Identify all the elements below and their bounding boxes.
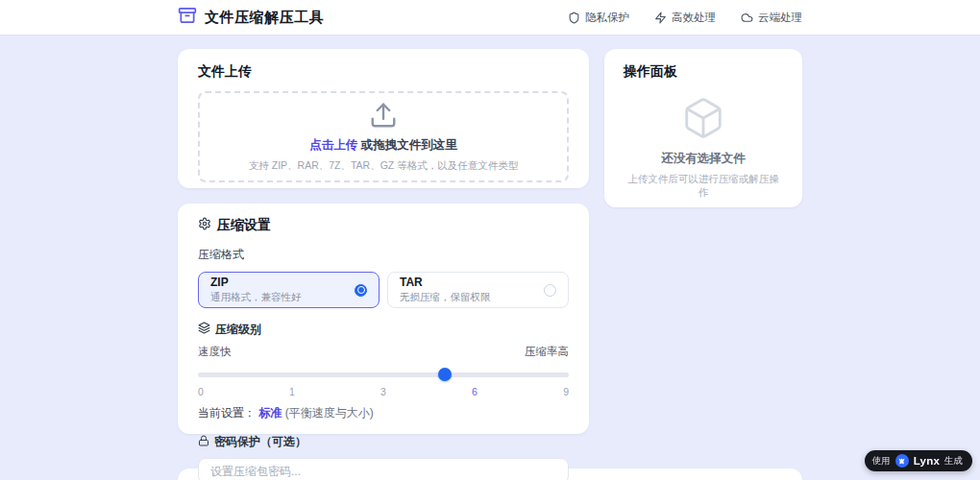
settings-card-title: 压缩设置 xyxy=(217,217,271,234)
lynx-logo-icon xyxy=(895,454,909,468)
format-options: ZIP 通用格式，兼容性好 TAR 无损压缩，保留权限 xyxy=(198,272,569,308)
lock-icon xyxy=(198,433,209,450)
feature-speed: 高效处理 xyxy=(654,11,716,25)
feature-label: 高效处理 xyxy=(672,11,716,25)
feature-label: 云端处理 xyxy=(758,11,802,25)
archive-box-icon xyxy=(178,6,197,29)
badge-suffix: 生成 xyxy=(944,455,963,468)
level-right-label: 压缩率高 xyxy=(525,345,569,359)
upload-cta-link[interactable]: 点击上传 xyxy=(309,138,357,152)
upload-card-title: 文件上传 xyxy=(198,63,569,81)
upload-card: 文件上传 点击上传 或拖拽文件到这里 支持 ZIP、RAR、7Z、TAR、GZ … xyxy=(178,49,589,188)
tick-0: 0 xyxy=(198,386,204,397)
gear-icon xyxy=(198,217,211,234)
feature-cloud: 云端处理 xyxy=(741,11,802,25)
cloud-icon xyxy=(741,12,753,24)
tick-3: 3 xyxy=(380,386,386,397)
panel-empty-state: 还没有选择文件 上传文件后可以进行压缩或解压操作 xyxy=(624,96,783,200)
operation-panel-card: 操作面板 还没有选择文件 上传文件后可以进行压缩或解压操作 xyxy=(604,49,802,207)
app-header: 文件压缩解压工具 隐私保护 高效处理 xyxy=(0,0,980,35)
current-setting-desc: (平衡速度与大小) xyxy=(282,406,373,420)
header-features: 隐私保护 高效处理 云端处理 xyxy=(568,11,802,25)
format-radio[interactable] xyxy=(355,284,367,297)
format-label: 压缩格式 xyxy=(198,247,569,263)
tick-1: 1 xyxy=(289,386,295,397)
settings-card: 压缩设置 压缩格式 ZIP 通用格式，兼容性好 TAR 无损压 xyxy=(178,204,589,434)
shield-icon xyxy=(568,12,580,24)
level-slider[interactable] xyxy=(198,368,569,381)
current-setting-value: 标准 xyxy=(258,406,282,420)
level-label: 压缩级别 xyxy=(215,322,261,338)
zap-icon xyxy=(654,12,667,24)
level-ticks: 0 1 3 6 9 xyxy=(198,386,569,397)
feature-label: 隐私保护 xyxy=(585,11,629,25)
empty-state-desc: 上传文件后可以进行压缩或解压操作 xyxy=(624,173,783,200)
password-input[interactable] xyxy=(198,458,569,480)
upload-dropzone[interactable]: 点击上传 或拖拽文件到这里 支持 ZIP、RAR、7Z、TAR、GZ 等格式，以… xyxy=(198,91,569,182)
current-setting-prefix: 当前设置： xyxy=(198,406,258,420)
lynx-attribution-badge[interactable]: 使用 Lynx 生成 xyxy=(865,450,972,471)
badge-prefix: 使用 xyxy=(872,455,891,468)
format-option-tar[interactable]: TAR 无损压缩，保留权限 xyxy=(387,272,569,308)
upload-cta-suffix: 或拖拽文件到这里 xyxy=(357,138,456,152)
layers-icon xyxy=(198,321,210,338)
current-setting-line: 当前设置： 标准 (平衡速度与大小) xyxy=(198,405,569,421)
password-label: 密码保护（可选） xyxy=(214,434,306,450)
badge-brand: Lynx xyxy=(914,455,940,467)
upload-cta-line: 点击上传 或拖拽文件到这里 xyxy=(309,137,456,154)
format-desc: 无损压缩，保留权限 xyxy=(400,291,491,304)
tick-9: 9 xyxy=(563,386,569,397)
level-slider-thumb[interactable] xyxy=(438,368,452,381)
feature-privacy: 隐私保护 xyxy=(568,11,629,25)
upload-hint: 支持 ZIP、RAR、7Z、TAR、GZ 等格式，以及任意文件类型 xyxy=(249,159,518,173)
brand: 文件压缩解压工具 xyxy=(178,6,324,29)
panel-title: 操作面板 xyxy=(624,63,783,81)
format-radio[interactable] xyxy=(544,284,556,297)
page-title: 文件压缩解压工具 xyxy=(205,9,324,27)
package-box-icon xyxy=(681,96,725,140)
level-left-label: 速度快 xyxy=(198,345,232,359)
upload-icon xyxy=(369,101,398,137)
format-name: TAR xyxy=(400,276,491,289)
empty-state-title: 还没有选择文件 xyxy=(661,151,746,167)
format-name: ZIP xyxy=(210,276,302,289)
tick-6: 6 xyxy=(472,386,478,397)
level-slider-track[interactable] xyxy=(198,372,569,377)
format-desc: 通用格式，兼容性好 xyxy=(210,291,302,304)
format-option-zip[interactable]: ZIP 通用格式，兼容性好 xyxy=(198,272,380,308)
